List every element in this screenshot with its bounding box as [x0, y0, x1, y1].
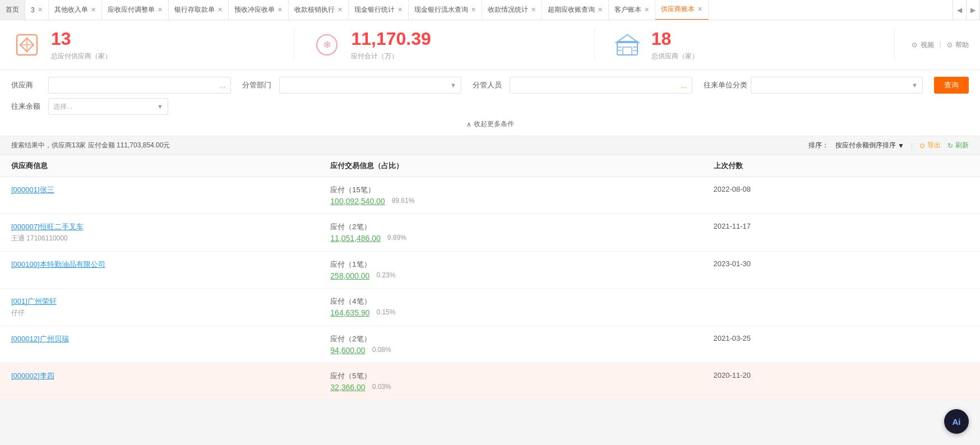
- lastpay-date: 2022-08-08: [714, 185, 751, 193]
- supplier-link[interactable]: [000001]张三: [11, 186, 54, 194]
- balance-label: 往来余额: [11, 101, 45, 112]
- nav-tab-verify[interactable]: 收款核销执行 ✕: [289, 0, 349, 20]
- query-button[interactable]: 查询: [934, 77, 969, 94]
- close-tab-overdue[interactable]: ✕: [598, 6, 603, 13]
- transaction-label: 应付（15笔）: [330, 185, 713, 195]
- collapse-button[interactable]: ∧ 收起更多条件: [11, 119, 969, 129]
- nav-tab-overdue[interactable]: 超期应收账查询 ✕: [542, 0, 609, 20]
- supplier-link[interactable]: [000002]李四: [11, 372, 54, 380]
- close-tab-custbook[interactable]: ✕: [644, 6, 649, 13]
- nav-tab-income[interactable]: 其他收入单 ✕: [49, 0, 102, 20]
- category-input[interactable]: ▼: [751, 77, 923, 94]
- nav-next-arrow[interactable]: ▶: [967, 0, 980, 20]
- diamond-icon: [11, 29, 43, 61]
- table-row[interactable]: [000002]李四 应付（5笔） 32,366.00 0.03% 2020-1…: [0, 363, 980, 400]
- supplier-sub: 仔仔: [11, 308, 330, 318]
- transaction-amount[interactable]: 94,600.00: [330, 346, 365, 355]
- results-bar: 搜索结果中，供应商13家 应付金额 111,703,854.00元 排序： 按应…: [0, 136, 980, 155]
- total-payable-suppliers-label: 总应付供应商（家）: [51, 52, 112, 61]
- supplier-link[interactable]: [000012]广州贝瑞: [11, 335, 69, 343]
- nav-tab-cashflow[interactable]: 现金银行流水查询 ✕: [409, 0, 482, 20]
- transaction-label: 应付（4笔）: [330, 296, 713, 307]
- filter-category: 往来单位分类 ▼: [704, 77, 923, 94]
- collapse-chevron-icon: ∧: [466, 120, 471, 128]
- person-input[interactable]: ...: [510, 77, 692, 94]
- dept-label: 分管部门: [242, 80, 276, 90]
- lastpay-cell: 2020-11-20: [714, 371, 969, 379]
- transaction-cell: 应付（15笔） 100,092,540.00 89.61%: [330, 185, 713, 206]
- table-row[interactable]: [000007]恒旺二手叉车 王通 17106110000 应付（2笔） 11,…: [0, 214, 980, 252]
- total-payable-amount-label: 应付合计（万）: [351, 52, 431, 61]
- transaction-percent: 0.08%: [372, 346, 391, 354]
- transaction-amount[interactable]: 258,000.00: [330, 271, 369, 280]
- transaction-cell: 应付（2笔） 94,600.00 0.08%: [330, 334, 713, 355]
- supplier-info-cell: [000001]张三: [11, 185, 330, 195]
- nav-tab-prerecv[interactable]: 预收冲应收单 ✕: [229, 0, 289, 20]
- close-tab-bank[interactable]: ✕: [218, 6, 223, 13]
- summary-area: 13 总应付供应商（家） ❄ 11,170.39 应付合计（万）: [0, 20, 980, 70]
- nav-tab-cashstat[interactable]: 现金银行统计 ✕: [349, 0, 409, 20]
- transaction-amount[interactable]: 11,051,486.00: [330, 234, 381, 243]
- sort-chevron-icon: ▼: [898, 142, 904, 150]
- transaction-amount[interactable]: 164,635.90: [330, 308, 369, 317]
- lastpay-date: 2023-01-30: [714, 259, 751, 268]
- dept-input[interactable]: ▼: [279, 77, 462, 94]
- sort-label: 排序：: [808, 141, 829, 150]
- collapse-section: ∧ 收起更多条件: [11, 119, 969, 129]
- lastpay-cell: 2022-08-08: [714, 185, 969, 193]
- summary-card-amount: ❄ 11,170.39 应付合计（万）: [311, 29, 594, 61]
- table-row[interactable]: [001]广州荣轩 仔仔 应付（4笔） 164,635.90 0.15%: [0, 289, 980, 326]
- supplier-info-cell: [000007]恒旺二手叉车 王通 17106110000: [11, 222, 330, 243]
- summary-card-total-suppliers: 18 总供应商（家）: [612, 29, 895, 61]
- filter-dept: 分管部门 ▼: [242, 77, 462, 94]
- close-tab-adjust[interactable]: ✕: [158, 6, 163, 13]
- person-dots-icon[interactable]: ...: [681, 81, 687, 90]
- sort-select[interactable]: 按应付余额倒序排序 ▼: [835, 141, 904, 150]
- lastpay-date: 2021-11-17: [714, 222, 751, 230]
- header-lastpay: 上次付数: [714, 161, 969, 171]
- nav-tab-home[interactable]: 首页: [0, 0, 25, 20]
- svg-rect-8: [623, 47, 632, 55]
- snowflake-icon: ❄: [311, 29, 343, 61]
- video-link[interactable]: ⊙ 视频: [912, 40, 933, 50]
- nav-tab-bank[interactable]: 银行存取款单 ✕: [169, 0, 229, 20]
- nav-tab-3[interactable]: 3 ✕: [25, 0, 49, 20]
- transaction-cell: 应付（5笔） 32,366.00 0.03%: [330, 371, 713, 392]
- transaction-amount[interactable]: 32,366.00: [330, 383, 365, 392]
- close-tab-verify[interactable]: ✕: [338, 6, 343, 13]
- nav-tab-adjust[interactable]: 应收应付调整单 ✕: [102, 0, 169, 20]
- lastpay-date: 2021-03-25: [714, 334, 751, 342]
- close-tab-supplierbook[interactable]: ✕: [697, 6, 702, 13]
- nav-tab-custbook[interactable]: 客户账本 ✕: [609, 0, 655, 20]
- nav-tab-recvstat[interactable]: 收款情况统计 ✕: [482, 0, 542, 20]
- nav-tab-supplierbook[interactable]: 供应商账本 ✕: [655, 0, 709, 20]
- close-tab-recvstat[interactable]: ✕: [531, 6, 536, 13]
- close-tab-cashflow[interactable]: ✕: [471, 6, 476, 13]
- nav-arrows: ◀ ▶: [953, 0, 980, 20]
- close-tab-prerecv[interactable]: ✕: [278, 6, 283, 13]
- table-header: 供应商信息 应付交易信息（占比） 上次付数: [0, 155, 980, 177]
- refresh-button[interactable]: ↻ 刷新: [947, 141, 969, 150]
- transaction-cell: 应付（4笔） 164,635.90 0.15%: [330, 296, 713, 317]
- supplier-link[interactable]: [001]广州荣轩: [11, 297, 57, 305]
- nav-prev-arrow[interactable]: ◀: [953, 0, 967, 20]
- transaction-label: 应付（5笔）: [330, 371, 713, 381]
- results-summary-text: 搜索结果中，供应商13家 应付金额 111,703,854.00元: [11, 141, 170, 150]
- close-tab-3[interactable]: ✕: [38, 6, 43, 13]
- supplier-link[interactable]: [000100]本特勤油品有限公司: [11, 260, 105, 268]
- supplier-dots-icon[interactable]: ...: [219, 81, 226, 90]
- table-row[interactable]: [000001]张三 应付（15笔） 100,092,540.00 89.61%…: [0, 177, 980, 214]
- svg-text:❄: ❄: [323, 39, 331, 50]
- table-row[interactable]: [000012]广州贝瑞 应付（2笔） 94,600.00 0.08% 2021…: [0, 326, 980, 363]
- transaction-amount[interactable]: 100,092,540.00: [330, 197, 385, 206]
- export-icon: ⊙: [919, 142, 925, 150]
- close-tab-cashstat[interactable]: ✕: [397, 6, 403, 13]
- supplier-input[interactable]: ...: [48, 77, 231, 94]
- export-button[interactable]: ⊙ 导出: [919, 141, 941, 150]
- close-tab-income[interactable]: ✕: [91, 6, 96, 13]
- balance-input[interactable]: 选择... ▼: [48, 98, 168, 115]
- supplier-link[interactable]: [000007]恒旺二手叉车: [11, 222, 84, 231]
- supplier-label: 供应商: [11, 80, 45, 90]
- help-link[interactable]: ⊙ 帮助: [947, 40, 969, 50]
- table-row[interactable]: [000100]本特勤油品有限公司 应付（1笔） 258,000.00 0.23…: [0, 252, 980, 289]
